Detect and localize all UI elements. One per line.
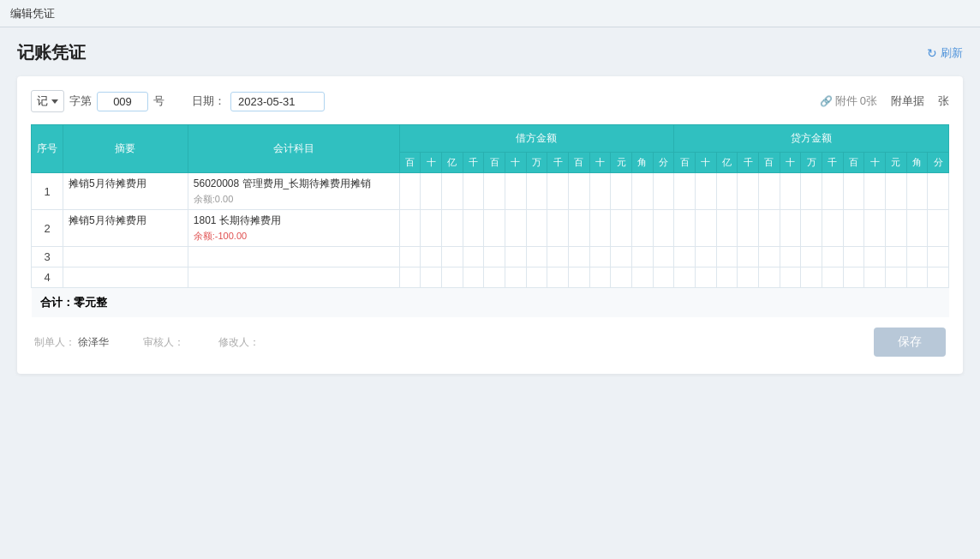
save-button[interactable]: 保存 <box>874 328 946 357</box>
row-2-subject[interactable]: 1801 长期待摊费用余额:-100.00 <box>188 210 399 247</box>
row-2-debit-12[interactable] <box>631 210 653 247</box>
row-4-credit-10[interactable] <box>864 267 886 288</box>
row-2-credit-12[interactable] <box>906 210 928 247</box>
row-3-credit-6[interactable] <box>780 247 801 267</box>
row-1-debit-8[interactable] <box>547 173 569 210</box>
row-4-credit-9[interactable] <box>843 267 864 288</box>
row-3-debit-3[interactable] <box>441 247 463 267</box>
row-2-debit-10[interactable] <box>589 210 611 247</box>
row-1-credit-9[interactable] <box>843 173 864 210</box>
attach-link[interactable]: 🔗 附件 0张 <box>820 93 877 109</box>
row-2-credit-6[interactable] <box>780 210 801 247</box>
row-4-summary[interactable] <box>63 267 188 288</box>
row-3-credit-13[interactable] <box>928 247 949 267</box>
row-1-debit-12[interactable] <box>631 173 653 210</box>
row-2-debit-2[interactable] <box>421 210 442 247</box>
row-4-debit-5[interactable] <box>484 267 505 288</box>
row-4-credit-5[interactable] <box>758 267 780 288</box>
row-4-debit-3[interactable] <box>441 267 463 288</box>
row-2-credit-7[interactable] <box>801 210 822 247</box>
row-3-debit-1[interactable] <box>399 247 421 267</box>
row-1-debit-6[interactable] <box>505 173 526 210</box>
row-4-credit-1[interactable] <box>674 267 696 288</box>
row-1-credit-3[interactable] <box>716 173 738 210</box>
row-2-debit-6[interactable] <box>505 210 526 247</box>
row-4-credit-11[interactable] <box>885 267 906 288</box>
row-1-credit-13[interactable] <box>928 173 949 210</box>
row-2-debit-5[interactable] <box>484 210 505 247</box>
row-1-debit-7[interactable] <box>526 173 547 210</box>
row-3-credit-8[interactable] <box>822 247 843 267</box>
row-2-credit-13[interactable] <box>928 210 949 247</box>
row-3-summary[interactable] <box>63 247 188 267</box>
row-3-credit-10[interactable] <box>864 247 886 267</box>
row-1-credit-8[interactable] <box>822 173 843 210</box>
row-1-debit-5[interactable] <box>484 173 505 210</box>
row-4-credit-13[interactable] <box>928 267 949 288</box>
row-3-debit-13[interactable] <box>653 247 674 267</box>
row-3-credit-2[interactable] <box>695 247 716 267</box>
row-2-credit-10[interactable] <box>864 210 886 247</box>
row-4-debit-12[interactable] <box>631 267 653 288</box>
row-3-debit-2[interactable] <box>421 247 442 267</box>
row-3-debit-11[interactable] <box>611 247 632 267</box>
row-4-credit-12[interactable] <box>906 267 928 288</box>
row-4-debit-9[interactable] <box>568 267 589 288</box>
row-4-credit-6[interactable] <box>780 267 801 288</box>
row-2-credit-9[interactable] <box>843 210 864 247</box>
row-3-credit-12[interactable] <box>906 247 928 267</box>
row-2-credit-8[interactable] <box>822 210 843 247</box>
row-3-debit-6[interactable] <box>505 247 526 267</box>
row-2-credit-5[interactable] <box>758 210 780 247</box>
row-4-subject[interactable] <box>188 267 399 288</box>
row-2-credit-3[interactable] <box>716 210 738 247</box>
row-1-debit-11[interactable] <box>611 173 632 210</box>
row-3-credit-7[interactable] <box>801 247 822 267</box>
row-1-debit-3[interactable] <box>441 173 463 210</box>
row-1-credit-11[interactable] <box>885 173 906 210</box>
row-2-debit-8[interactable] <box>547 210 569 247</box>
row-2-debit-9[interactable] <box>568 210 589 247</box>
row-3-credit-9[interactable] <box>843 247 864 267</box>
row-1-credit-5[interactable] <box>758 173 780 210</box>
row-1-debit-13[interactable] <box>653 173 674 210</box>
row-1-credit-7[interactable] <box>801 173 822 210</box>
row-1-credit-6[interactable] <box>780 173 801 210</box>
row-3-credit-1[interactable] <box>674 247 696 267</box>
row-2-debit-11[interactable] <box>611 210 632 247</box>
row-1-debit-1[interactable] <box>399 173 421 210</box>
date-input[interactable] <box>230 92 325 111</box>
row-3-credit-11[interactable] <box>885 247 906 267</box>
row-3-debit-4[interactable] <box>463 247 484 267</box>
row-3-debit-7[interactable] <box>526 247 547 267</box>
row-3-credit-5[interactable] <box>758 247 780 267</box>
row-2-credit-4[interactable] <box>738 210 759 247</box>
row-2-debit-7[interactable] <box>526 210 547 247</box>
row-4-credit-4[interactable] <box>738 267 759 288</box>
row-1-debit-10[interactable] <box>589 173 611 210</box>
row-2-debit-3[interactable] <box>441 210 463 247</box>
voucher-type-dropdown[interactable]: 记 <box>31 90 64 112</box>
row-3-debit-12[interactable] <box>631 247 653 267</box>
voucher-number-input[interactable] <box>97 92 148 111</box>
row-4-debit-10[interactable] <box>589 267 611 288</box>
row-3-debit-8[interactable] <box>547 247 569 267</box>
row-1-credit-2[interactable] <box>695 173 716 210</box>
row-1-credit-4[interactable] <box>738 173 759 210</box>
row-4-debit-1[interactable] <box>399 267 421 288</box>
row-4-debit-2[interactable] <box>421 267 442 288</box>
row-2-summary[interactable]: 摊销5月待摊费用 <box>63 210 188 247</box>
row-1-summary[interactable]: 摊销5月待摊费用 <box>63 173 188 210</box>
row-3-credit-3[interactable] <box>716 247 738 267</box>
row-1-credit-10[interactable] <box>864 173 886 210</box>
row-2-credit-1[interactable] <box>674 210 696 247</box>
row-3-credit-4[interactable] <box>738 247 759 267</box>
refresh-button[interactable]: ↻ 刷新 <box>927 45 963 61</box>
row-1-credit-12[interactable] <box>906 173 928 210</box>
row-2-debit-1[interactable] <box>399 210 421 247</box>
row-1-debit-2[interactable] <box>421 173 442 210</box>
row-2-credit-2[interactable] <box>695 210 716 247</box>
row-4-credit-7[interactable] <box>801 267 822 288</box>
row-4-credit-3[interactable] <box>716 267 738 288</box>
row-4-credit-2[interactable] <box>695 267 716 288</box>
